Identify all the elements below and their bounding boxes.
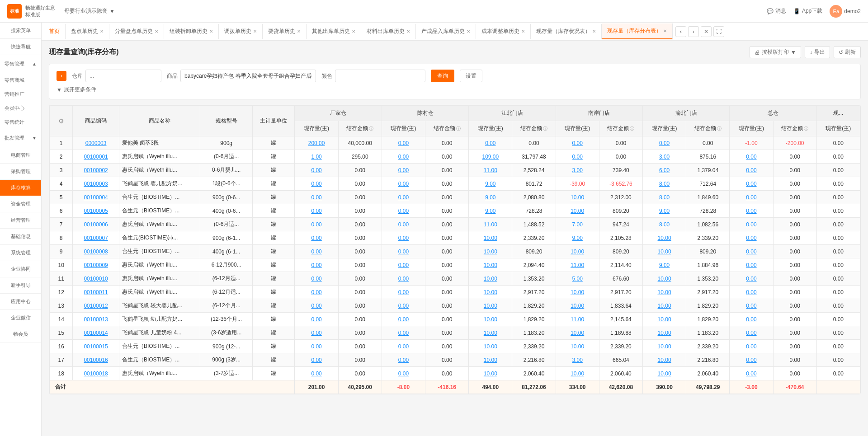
cell-y-stock: 10.00 — [642, 367, 686, 380]
cell-code[interactable]: 00100008 — [73, 245, 119, 258]
sidebar-item-appcenter[interactable]: 应用中心 — [0, 294, 41, 310]
setting-btn[interactable]: 设置 — [460, 70, 482, 82]
sidebar-item-ecommerce[interactable]: 电商管理 — [0, 147, 41, 164]
sidebar-item-enterprise[interactable]: 企业协同 — [0, 261, 41, 277]
cell-code[interactable]: 00100003 — [73, 177, 119, 191]
export-btn[interactable]: ↓ 导出 — [805, 46, 830, 58]
sidebar-item-search[interactable]: 搜索英单 — [0, 23, 41, 39]
filter-toggle-btn[interactable]: › — [57, 71, 66, 81]
cell-j-stock: 9.00 — [469, 204, 512, 218]
tab-close-icon4[interactable]: ✕ — [253, 29, 257, 34]
th-name: 商品名称 — [119, 106, 200, 136]
sidebar-item-corpwechat[interactable]: 企业微信 — [0, 310, 41, 326]
cell-code[interactable]: 00100014 — [73, 326, 119, 340]
cell-code[interactable]: 00100015 — [73, 340, 119, 353]
cell-code[interactable]: 00100013 — [73, 313, 119, 326]
warehouse-input[interactable] — [85, 70, 161, 82]
cell-code[interactable]: 00100005 — [73, 204, 119, 218]
sidebar-item-basic[interactable]: 基础信息 — [0, 229, 41, 245]
sidebar-sub-retail-stats[interactable]: 零售统计 — [0, 115, 41, 129]
tab-close-icon2[interactable]: ✕ — [155, 29, 158, 34]
sidebar-item-finance[interactable]: 资金管理 — [0, 196, 41, 212]
cell-code[interactable]: 00100011 — [73, 286, 119, 299]
cell-code[interactable]: 00100009 — [73, 258, 119, 272]
cell-code[interactable]: 00100016 — [73, 353, 119, 367]
sidebar-item-purchase[interactable]: 采购管理 — [0, 164, 41, 180]
tab-close-icon7[interactable]: ✕ — [406, 29, 410, 34]
cell-code[interactable]: 00100001 — [73, 150, 119, 164]
app-download-btn[interactable]: 📱 App下载 — [793, 7, 822, 15]
sidebar-item-wholesale[interactable]: 批发管理 ▼ — [0, 129, 41, 147]
tab-other-out[interactable]: 其他出库单历史 ✕ — [307, 24, 361, 39]
tab-requisition-label: 要货单历史 — [268, 28, 295, 35]
tab-inventory-count[interactable]: 盘点单历史 ✕ — [66, 24, 109, 39]
cell-n-amount: 2,312.00 — [599, 191, 642, 204]
cell-code[interactable]: 0000003 — [73, 136, 119, 150]
cell-f-amount: 0.00 — [338, 367, 382, 380]
tab-close-icon3[interactable]: ✕ — [209, 29, 213, 34]
nav-dropdown[interactable]: 母婴行业演示陈套 ▼ — [64, 7, 115, 15]
tab-transfer[interactable]: 调拨单历史 ✕ — [219, 24, 263, 39]
tab-next-btn[interactable]: › — [688, 26, 699, 37]
sidebar-sub-retail-store[interactable]: 零售商城 — [0, 73, 41, 87]
tab-requisition[interactable]: 要货单历史 ✕ — [263, 24, 307, 39]
cell-cur-stock: 0.00 — [816, 340, 860, 353]
th-unit: 主计量单位 — [252, 106, 295, 136]
tab-close-icon10[interactable]: ✕ — [592, 29, 596, 34]
cell-n-stock: 5.00 — [556, 272, 599, 286]
sidebar-item-quick[interactable]: 快捷导航 — [0, 39, 41, 55]
goods-input[interactable] — [180, 70, 316, 82]
color-input[interactable] — [335, 70, 425, 82]
nav-label: 母婴行业演示陈套 — [64, 7, 108, 15]
tab-stock-status[interactable]: 现存量（库存状况表） ✕ — [531, 24, 602, 39]
refresh-btn[interactable]: ↺ 刷新 — [834, 46, 861, 58]
tab-close-icon11[interactable]: ✕ — [663, 28, 667, 33]
sidebar-item-inventory[interactable]: 库存核算 — [0, 180, 41, 196]
cell-f-stock: 0.00 — [295, 177, 338, 191]
sidebar-item-member2[interactable]: 畅会员 — [0, 326, 41, 342]
cell-code[interactable]: 00100002 — [73, 164, 119, 177]
expand-filter-btn[interactable]: ▼ 展开更多条件 — [57, 86, 853, 94]
cell-t-amount: 0.00 — [773, 177, 816, 191]
tab-product-in[interactable]: 产成品入库单历史 ✕ — [416, 24, 476, 39]
cell-n-stock: 10.00 — [556, 326, 599, 340]
sidebar-sub-marketing[interactable]: 营销推广 — [0, 87, 41, 101]
cell-spec: 900g (12-... — [200, 340, 252, 353]
cell-n-amount: 2,339.20 — [599, 340, 642, 353]
sidebar-item-retail-mgr[interactable]: 零售管理 ▲ — [0, 55, 41, 73]
cell-code[interactable]: 00100010 — [73, 272, 119, 286]
query-btn[interactable]: 查询 — [431, 70, 454, 82]
tab-home[interactable]: 首页 — [43, 24, 66, 39]
user-avatar-btn[interactable]: Ea demo2 — [830, 5, 861, 18]
tab-close-icon6[interactable]: ✕ — [352, 29, 355, 34]
tab-stock-dist[interactable]: 现存量（库存分布表） ✕ — [602, 23, 673, 39]
print-btn[interactable]: 🖨 按模版打印 ▼ — [750, 46, 801, 58]
tab-prev-btn[interactable]: ‹ — [675, 26, 686, 37]
table-row: 2 00100001 惠氏启赋（Wyeth illu... (0-6月适... … — [50, 150, 860, 164]
tab-assembly[interactable]: 组装拆卸单历史 ✕ — [164, 24, 219, 39]
cell-j-stock: 10.00 — [469, 299, 512, 313]
sidebar-item-operation[interactable]: 经营管理 — [0, 212, 41, 229]
cell-n-stock: 3.00 — [556, 164, 599, 177]
tab-partial-count[interactable]: 分量盘点单历史 ✕ — [109, 24, 164, 39]
tab-close-icon9[interactable]: ✕ — [521, 29, 525, 34]
cell-code[interactable]: 00100018 — [73, 367, 119, 380]
cell-spec: 1段(0-6个... — [200, 177, 252, 191]
sidebar-item-system[interactable]: 系统管理 — [0, 245, 41, 261]
tab-close-icon[interactable]: ✕ — [100, 29, 104, 34]
tab-close-icon5[interactable]: ✕ — [297, 29, 301, 34]
cell-code[interactable]: 00100006 — [73, 218, 119, 231]
tab-material-out[interactable]: 材料出库单历史 ✕ — [361, 24, 416, 39]
message-btn[interactable]: 💬 消息 — [767, 7, 786, 15]
tab-close-all-btn[interactable]: ✕ — [701, 26, 712, 37]
tab-cost-adjust[interactable]: 成本调整单历史 ✕ — [476, 24, 531, 39]
table-row: 9 00100008 合生元（BIOSTIME）... 400g (6-1...… — [50, 245, 860, 258]
cell-code[interactable]: 00100004 — [73, 191, 119, 204]
tab-close-icon8[interactable]: ✕ — [467, 29, 470, 34]
tab-expand-btn[interactable]: ⛶ — [713, 26, 724, 37]
cell-code[interactable]: 00100007 — [73, 231, 119, 245]
cell-code[interactable]: 00100012 — [73, 299, 119, 313]
gear-icon[interactable]: ⚙ — [58, 117, 64, 125]
sidebar-sub-member[interactable]: 会员中心 — [0, 101, 41, 115]
sidebar-item-guide[interactable]: 新手引导 — [0, 277, 41, 294]
